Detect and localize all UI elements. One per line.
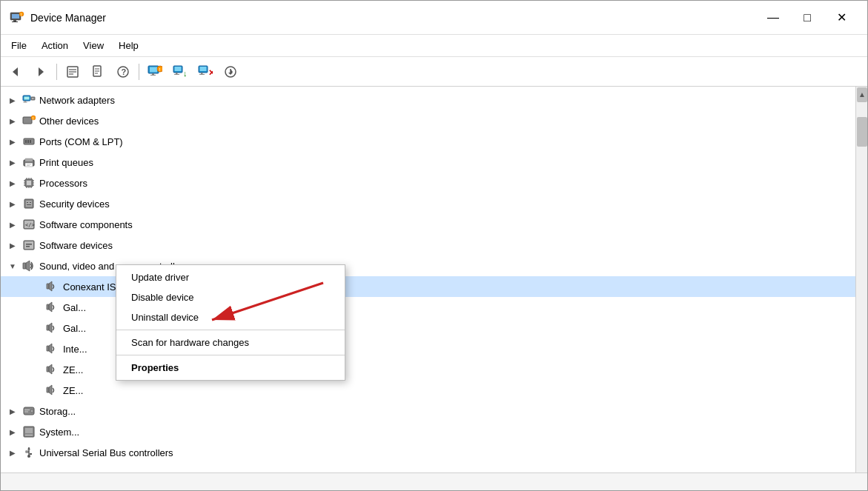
back-button[interactable] — [4, 61, 27, 83]
scroll-thumb[interactable] — [857, 117, 867, 147]
tree-label-software-devices: Software devices — [39, 240, 113, 251]
expander-usb[interactable]: ▶ — [7, 447, 19, 458]
scan-button[interactable] — [219, 61, 242, 83]
expander-other[interactable]: ▶ — [7, 115, 19, 127]
svg-point-43 — [32, 98, 33, 98]
expander-network[interactable]: ▶ — [7, 94, 19, 106]
icon-software-components: </> — [21, 217, 36, 232]
expander-ports[interactable]: ▶ — [7, 136, 19, 147]
tree-label-processors: Processors — [39, 178, 87, 189]
icon-other: ! — [21, 113, 36, 128]
svg-marker-94 — [49, 364, 52, 374]
toolbar-sep-2 — [139, 64, 139, 80]
ctx-update-driver[interactable]: Update driver — [116, 267, 345, 287]
svg-rect-75 — [27, 204, 31, 205]
svg-rect-102 — [25, 428, 33, 433]
svg-marker-105 — [27, 447, 30, 450]
minimize-button[interactable]: — — [756, 6, 790, 30]
tree-item-processors[interactable]: ▶ — [1, 173, 855, 193]
svg-rect-74 — [30, 202, 31, 203]
close-button[interactable]: ✕ — [824, 6, 858, 30]
monitor-arrow-button[interactable]: ↓ — [168, 61, 192, 83]
svg-rect-51 — [30, 140, 31, 143]
tree-label-intel: Inte... — [63, 344, 87, 355]
tree-item-software-components[interactable]: ▶ </> Software components — [1, 214, 855, 235]
svg-marker-7 — [39, 67, 44, 76]
ctx-uninstall-device[interactable]: Uninstall device — [116, 307, 345, 327]
expander-security[interactable]: ▶ — [7, 198, 19, 210]
tree-item-usb[interactable]: ▶ Universal Serial Bus controllers — [1, 442, 855, 463]
svg-text:!: ! — [159, 67, 161, 71]
device-manager-window: ! Device Manager — □ ✕ File Action View … — [0, 0, 868, 491]
svg-rect-58 — [27, 181, 31, 185]
tree-item-other[interactable]: ▶ ! Other devices — [1, 110, 855, 131]
svg-rect-49 — [25, 140, 27, 143]
scrollbar[interactable]: ▲ — [855, 87, 867, 472]
ctx-scan[interactable]: Scan for hardware changes — [116, 333, 345, 353]
svg-marker-90 — [49, 323, 52, 333]
tree-item-system[interactable]: ▶ System... — [1, 421, 855, 442]
maximize-button[interactable]: □ — [790, 6, 824, 30]
expander-processors[interactable]: ▶ — [7, 177, 19, 189]
svg-rect-103 — [25, 435, 33, 435]
expander-print[interactable]: ▶ — [7, 156, 19, 168]
svg-rect-91 — [47, 346, 49, 351]
monitor-x-button[interactable]: ✕ — [193, 61, 217, 83]
menu-action[interactable]: Action — [34, 37, 76, 54]
driver-button[interactable] — [86, 61, 110, 83]
tree-item-print[interactable]: ▶ Print queues — [1, 152, 855, 173]
svg-rect-1 — [12, 14, 19, 19]
ctx-disable-device[interactable]: Disable device — [116, 287, 345, 307]
forward-button[interactable] — [29, 61, 53, 83]
title-bar: ! Device Manager — □ ✕ — [1, 1, 867, 35]
svg-rect-80 — [24, 241, 33, 249]
tree-item-ports[interactable]: ▶ Ports (COM & LPT) — [1, 131, 855, 152]
menu-view[interactable]: View — [76, 37, 111, 54]
svg-rect-72 — [26, 201, 32, 207]
monitor-button[interactable]: ! — [143, 61, 167, 83]
icon-software-devices — [21, 238, 36, 253]
svg-rect-32 — [199, 74, 205, 75]
icon-sound — [21, 258, 36, 273]
expander-sound[interactable]: ▼ — [7, 260, 19, 272]
window-controls: — □ ✕ — [756, 6, 858, 30]
help-button[interactable]: ? — [111, 61, 135, 83]
toolbar-sep-1 — [56, 64, 57, 80]
tree-item-network[interactable]: ▶ Network adapters — [1, 90, 855, 110]
menu-help[interactable]: Help — [111, 37, 146, 54]
icon-security — [21, 196, 36, 211]
svg-rect-31 — [201, 73, 203, 74]
tree-label-security: Security devices — [39, 198, 110, 210]
properties-button[interactable] — [61, 61, 85, 83]
tree-item-storage[interactable]: ▶ Storag... — [1, 401, 855, 421]
icon-conexant — [45, 279, 60, 294]
tree-label-ze2: ZE... — [63, 385, 83, 396]
expander-software-components[interactable]: ▶ — [7, 218, 19, 230]
ctx-sep-1 — [116, 330, 345, 330]
svg-rect-30 — [200, 67, 207, 71]
scroll-up-arrow[interactable]: ▲ — [857, 87, 867, 102]
svg-point-108 — [27, 455, 30, 458]
icon-storage — [21, 404, 36, 418]
svg-rect-107 — [30, 453, 32, 455]
expander-system[interactable]: ▶ — [7, 426, 19, 438]
svg-rect-89 — [47, 325, 49, 330]
menu-file[interactable]: File — [4, 37, 34, 54]
icon-gal1 — [45, 300, 60, 315]
icon-gal2 — [45, 321, 60, 335]
svg-rect-50 — [27, 140, 29, 143]
tree-label-software-components: Software components — [39, 219, 133, 230]
svg-rect-27 — [174, 74, 179, 75]
tree-item-security[interactable]: ▶ Security devices — [1, 193, 855, 214]
tree-item-ze2[interactable]: ▶ ZE... — [1, 380, 855, 401]
expander-software-devices[interactable]: ▶ — [7, 239, 19, 251]
svg-rect-2 — [13, 20, 16, 21]
svg-rect-55 — [27, 164, 31, 165]
svg-rect-100 — [24, 412, 28, 412]
svg-marker-84 — [26, 261, 30, 271]
svg-rect-87 — [47, 304, 49, 310]
ctx-properties[interactable]: Properties — [116, 358, 345, 378]
expander-storage[interactable]: ▶ — [7, 405, 19, 417]
tree-label-system: System... — [39, 427, 79, 438]
tree-item-software-devices[interactable]: ▶ Software devices — [1, 235, 855, 255]
